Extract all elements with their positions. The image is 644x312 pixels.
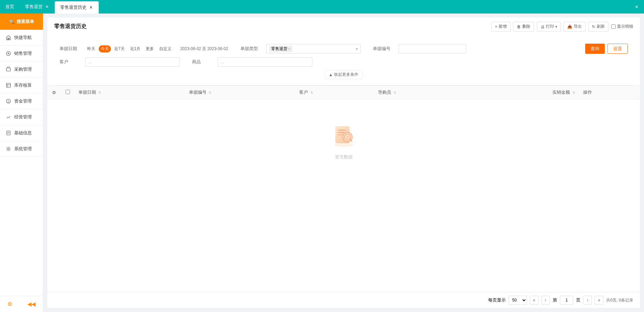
sidebar-item-purchase-mgmt[interactable]: 采购管理 [0,62,43,77]
tab-retail-return[interactable]: 零售退货 ✕ [20,0,55,14]
purchase-icon [5,66,11,72]
empty-illustration [329,119,359,150]
date-option-more[interactable]: 更多 [144,45,156,52]
settings-filter-button[interactable]: 设置 [607,44,628,54]
volume-button[interactable]: ◀◀ [25,298,38,310]
type-tag-close[interactable]: × [288,47,290,51]
customer-filter-tag[interactable]: ... [85,57,180,67]
col-amount[interactable]: 实销金额 ⇅ [469,86,579,99]
col-guide[interactable]: 导购员 ⇅ [374,86,469,99]
sidebar-item-system-mgmt[interactable]: 系统管理 [0,141,43,157]
main-card: 零售退货历史 + 新增 🗑 删除 🖨 [47,18,640,308]
sidebar-search-label: 搜索菜单 [17,19,34,25]
col-checkbox[interactable] [61,86,74,99]
svg-rect-12 [338,132,344,133]
filter-section: 单据日期 昨天 今天 近7天 近1月 更多 自定义 2023-06-02 至 2… [54,36,633,86]
docno-filter-label: 单据编号 [373,46,393,52]
col-guide-label: 导购员 [378,90,391,95]
date-filter-label: 单据日期 [59,46,80,52]
export-label: 导出 [574,24,582,29]
delete-button[interactable]: 🗑 删除 [513,22,534,31]
top-tab-bar: 首页 零售退货 ✕ 零售退货历史 ✕ ✕ [0,0,644,14]
home-icon [5,35,11,41]
basic-info-icon [5,130,11,136]
tab-retail-return-history[interactable]: 零售退货历史 ✕ [55,1,99,14]
system-icon [5,146,11,152]
tab-retail-return-close[interactable]: ✕ [45,4,49,9]
first-page-button[interactable]: « [530,296,539,305]
refresh-button[interactable]: ↻ 刷新 [588,22,609,31]
page-input[interactable] [560,296,573,305]
svg-rect-0 [7,38,8,40]
filter-row-1: 单据日期 昨天 今天 近7天 近1月 更多 自定义 2023-06-02 至 2… [59,44,628,54]
col-doc-no[interactable]: 单据编号 ⇅ [185,86,295,99]
col-doc-no-label: 单据编号 [189,90,207,95]
col-action-label: 操作 [583,90,592,95]
customer-filter-label: 客户 [59,59,80,65]
page-unit: 页 [576,297,580,303]
prev-page-button[interactable]: ‹ [541,296,550,305]
print-icon: 🖨 [541,24,545,29]
date-option-1month[interactable]: 近1月 [128,45,143,52]
col-doc-date[interactable]: 单据日期 ⇅ [74,86,185,99]
date-option-yesterday[interactable]: 昨天 [85,45,97,52]
print-button[interactable]: 🖨 打印 ▾ [537,22,561,31]
tab-retail-return-history-close[interactable]: ✕ [89,5,93,10]
sidebar-item-inventory-label: 库存核算 [14,82,32,88]
collapse-icon: ▲ [329,72,333,77]
col-customer[interactable]: 客户 ⇅ [295,86,374,99]
col-action: 操作 [579,86,640,99]
svg-rect-13 [338,134,343,135]
docno-filter-input[interactable] [399,44,466,53]
svg-rect-11 [338,130,346,131]
date-option-custom[interactable]: 自定义 [157,45,173,52]
col-settings[interactable]: ⚙ [47,86,61,99]
sidebar: 🔍 搜索菜单 快捷导航 销售管理 采购管理 [0,14,43,312]
sidebar-item-quick-nav[interactable]: 快捷导航 [0,30,43,46]
show-detail-label: 显示明细 [617,24,633,29]
export-icon: 📤 [567,24,572,29]
date-option-today[interactable]: 今天 [99,45,111,52]
table-settings-icon[interactable]: ⚙ [52,90,56,95]
delete-label: 删除 [522,24,530,29]
empty-text: 暂无数据 [335,154,353,160]
page-title-row: 零售退货历史 + 新增 🗑 删除 🖨 [54,22,633,31]
query-button[interactable]: 查询 [585,44,605,54]
select-all-checkbox[interactable] [66,90,70,94]
sales-icon [5,50,11,57]
print-label: 打印 [546,24,554,29]
operations-icon [5,114,11,120]
sidebar-item-purchase-mgmt-label: 采购管理 [14,66,32,72]
sidebar-search[interactable]: 🔍 搜索菜单 [0,14,43,30]
new-button[interactable]: + 新增 [491,22,510,31]
top-bar-close[interactable]: ✕ [635,4,644,9]
new-label: 新增 [499,24,507,29]
sidebar-item-sales-mgmt[interactable]: 销售管理 [0,46,43,62]
tab-home[interactable]: 首页 [0,0,20,14]
next-page-button[interactable]: › [583,296,592,305]
sidebar-item-inventory[interactable]: 库存核算 [0,77,43,93]
collapse-button[interactable]: ▲ 收起更多条件 [325,70,363,79]
col-amount-label: 实销金额 [552,90,570,95]
sidebar-item-basic-info[interactable]: 基础信息 [0,125,43,141]
show-detail-checkbox[interactable] [611,24,616,29]
table-wrapper: ⚙ 单据日期 ⇅ [47,86,640,292]
per-page-select[interactable]: 50 10 20 100 [508,296,527,305]
settings-button[interactable]: ⚙ [5,298,15,310]
type-tag-item: 零售退货 × [269,46,292,52]
last-page-button[interactable]: » [595,296,603,305]
date-range-display: 2023-06-02 至 2023-06-02 [180,46,228,52]
sidebar-item-finance[interactable]: 资金管理 [0,93,43,109]
date-option-7days[interactable]: 近7天 [112,45,127,52]
sidebar-item-finance-label: 资金管理 [14,98,32,104]
goods-filter-tag[interactable]: ... [218,57,312,67]
content-wrapper: 零售退货历史 + 新增 🗑 删除 🖨 [43,14,644,312]
sidebar-item-operations[interactable]: 经营管理 [0,109,43,125]
type-filter-tag[interactable]: 零售退货 × ▾ [266,44,361,53]
export-button[interactable]: 📤 导出 [564,22,586,31]
show-detail-checkbox-label[interactable]: 显示明细 [611,24,633,29]
print-dropdown-icon: ▾ [555,25,557,28]
filter-area: 单据日期 昨天 今天 近7天 近1月 更多 自定义 2023-06-02 至 2… [59,40,628,85]
content-area: 零售退货历史 + 新增 🗑 删除 🖨 [43,14,644,312]
toolbar: + 新增 🗑 删除 🖨 打印 ▾ [491,22,633,31]
